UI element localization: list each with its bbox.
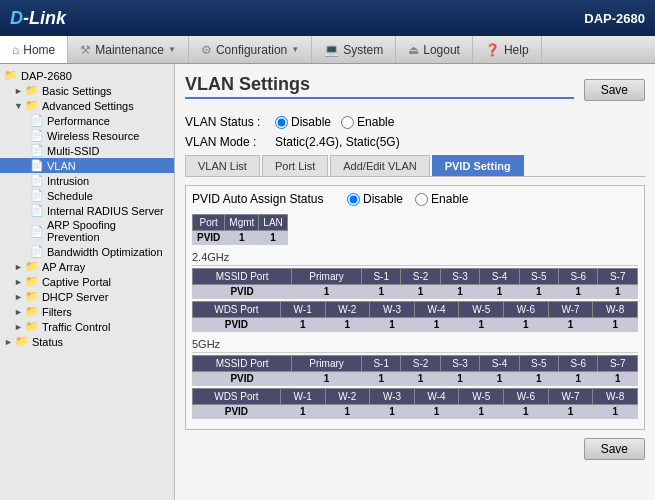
bottom-save-button[interactable]: Save <box>584 438 645 460</box>
wds-5-table: WDS Port W-1 W-2 W-3 W-4 W-5 W-6 W-7 W-8… <box>192 388 638 419</box>
main-layout: 📁 DAP-2680 ► 📁 Basic Settings ▼ 📁 Advanc… <box>0 64 655 500</box>
s1-header-24: S-1 <box>361 269 400 285</box>
vlan-mode-row: VLAN Mode : Static(2.4G), Static(5G) <box>185 135 645 149</box>
logout-icon: ⏏ <box>408 43 419 57</box>
tab-port-list[interactable]: Port List <box>262 155 328 176</box>
pvid-w2-5: 1 <box>325 405 370 419</box>
pvid-auto-assign-label: PVID Auto Assign Status <box>192 192 347 206</box>
col-port: Port <box>193 215 225 231</box>
mssid-port-header-24: MSSID Port <box>193 269 292 285</box>
nav-help[interactable]: ❓ Help <box>473 36 542 63</box>
sidebar-item-internal-radius[interactable]: 📄 Internal RADIUS Server <box>0 203 174 218</box>
sidebar: 📁 DAP-2680 ► 📁 Basic Settings ▼ 📁 Advanc… <box>0 64 175 500</box>
sidebar-item-wireless-resource[interactable]: 📄 Wireless Resource <box>0 128 174 143</box>
vlan-status-enable-text: Enable <box>357 115 394 129</box>
sidebar-item-captive-portal[interactable]: ► 📁 Captive Portal <box>0 274 174 289</box>
sidebar-item-schedule[interactable]: 📄 Schedule <box>0 188 174 203</box>
pvid-w4-5: 1 <box>414 405 459 419</box>
pvid-lan-val: 1 <box>259 231 287 245</box>
pvid-enable-label[interactable]: Enable <box>415 192 468 206</box>
vlan-status-disable-radio[interactable] <box>275 116 288 129</box>
nav-help-label: Help <box>504 43 529 57</box>
pvid-primary-24: 1 <box>292 285 362 299</box>
primary-header-5: Primary <box>292 356 362 372</box>
s7-header-24: S-7 <box>598 269 638 285</box>
sidebar-item-basic-settings[interactable]: ► 📁 Basic Settings <box>0 83 174 98</box>
tab-pvid-setting[interactable]: PVID Setting <box>432 155 524 176</box>
s7-header-5: S-7 <box>598 356 638 372</box>
w7-header-5: W-7 <box>548 389 593 405</box>
sidebar-item-status[interactable]: ► 📁 Status <box>0 334 174 349</box>
nav-maintenance[interactable]: ⚒ Maintenance ▼ <box>68 36 189 63</box>
sidebar-item-bandwidth[interactable]: 📄 Bandwidth Optimization <box>0 244 174 259</box>
sidebar-item-ap-array[interactable]: ► 📁 AP Array <box>0 259 174 274</box>
sidebar-item-intrusion[interactable]: 📄 Intrusion <box>0 173 174 188</box>
navbar: ⌂ Home ⚒ Maintenance ▼ ⚙ Configuration ▼… <box>0 36 655 64</box>
page-icon8: 📄 <box>30 225 44 238</box>
pvid-mssid-label-24: PVID <box>193 285 292 299</box>
vlan-status-disable-text: Disable <box>291 115 331 129</box>
pvid-s4-24: 1 <box>480 285 519 299</box>
vlan-status-label: VLAN Status : <box>185 115 275 129</box>
sidebar-item-dap2680[interactable]: 📁 DAP-2680 <box>0 68 174 83</box>
folder-icon2: 📁 <box>25 84 39 97</box>
s3-header-5: S-3 <box>440 356 479 372</box>
pvid-enable-radio[interactable] <box>415 193 428 206</box>
wrench-icon: ⚒ <box>80 43 91 57</box>
w4-header-24: W-4 <box>414 302 459 318</box>
pvid-w7-24: 1 <box>548 318 593 332</box>
vlan-status-disable-label[interactable]: Disable <box>275 115 331 129</box>
pvid-w8-24: 1 <box>593 318 638 332</box>
pvid-w7-5: 1 <box>548 405 593 419</box>
wds-port-header-5: WDS Port <box>193 389 281 405</box>
pvid-s6-5: 1 <box>559 372 598 386</box>
top-save-button[interactable]: Save <box>584 79 645 101</box>
nav-home[interactable]: ⌂ Home <box>0 36 68 63</box>
page-icon4: 📄 <box>30 159 44 172</box>
nav-system[interactable]: 💻 System <box>312 36 396 63</box>
pvid-s3-5: 1 <box>440 372 479 386</box>
pvid-w6-5: 1 <box>504 405 549 419</box>
nav-system-label: System <box>343 43 383 57</box>
nav-logout-label: Logout <box>423 43 460 57</box>
vlan-status-enable-label[interactable]: Enable <box>341 115 394 129</box>
w3-header-24: W-3 <box>370 302 415 318</box>
sidebar-item-dhcp-server[interactable]: ► 📁 DHCP Server <box>0 289 174 304</box>
pvid-disable-label[interactable]: Disable <box>347 192 403 206</box>
w8-header-5: W-8 <box>593 389 638 405</box>
expand-icon5: ► <box>14 292 23 302</box>
pvid-disable-radio[interactable] <box>347 193 360 206</box>
sidebar-item-vlan[interactable]: 📄 VLAN <box>0 158 174 173</box>
pvid-s1-24: 1 <box>361 285 400 299</box>
folder-icon8: 📁 <box>25 320 39 333</box>
page-icon5: 📄 <box>30 174 44 187</box>
page-icon9: 📄 <box>30 245 44 258</box>
sidebar-item-multi-ssid[interactable]: 📄 Multi-SSID <box>0 143 174 158</box>
sidebar-item-arp-spoofing[interactable]: 📄 ARP Spoofing Prevention <box>0 218 174 244</box>
tab-vlan-list[interactable]: VLAN List <box>185 155 260 176</box>
folder-icon9: 📁 <box>15 335 29 348</box>
folder-icon: 📁 <box>4 69 18 82</box>
vlan-status-enable-radio[interactable] <box>341 116 354 129</box>
w6-header-5: W-6 <box>504 389 549 405</box>
nav-configuration[interactable]: ⚙ Configuration ▼ <box>189 36 312 63</box>
tab-add-edit-vlan[interactable]: Add/Edit VLAN <box>330 155 429 176</box>
sidebar-item-performance[interactable]: 📄 Performance <box>0 113 174 128</box>
vlan-mode-value: Static(2.4G), Static(5G) <box>275 135 400 149</box>
pvid-w3-24: 1 <box>370 318 415 332</box>
nav-logout[interactable]: ⏏ Logout <box>396 36 473 63</box>
sidebar-item-traffic-control[interactable]: ► 📁 Traffic Control <box>0 319 174 334</box>
s6-header-5: S-6 <box>559 356 598 372</box>
sidebar-item-filters[interactable]: ► 📁 Filters <box>0 304 174 319</box>
pvid-s7-5: 1 <box>598 372 638 386</box>
pvid-w5-24: 1 <box>459 318 504 332</box>
w6-header-24: W-6 <box>504 302 549 318</box>
sidebar-item-advanced-settings[interactable]: ▼ 📁 Advanced Settings <box>0 98 174 113</box>
s4-header-24: S-4 <box>480 269 519 285</box>
content-area: VLAN Settings Save VLAN Status : Disable… <box>175 64 655 500</box>
w8-header-24: W-8 <box>593 302 638 318</box>
logo-d: D <box>10 8 23 28</box>
folder-icon4: 📁 <box>25 260 39 273</box>
s1-header-5: S-1 <box>361 356 400 372</box>
folder-icon7: 📁 <box>25 305 39 318</box>
